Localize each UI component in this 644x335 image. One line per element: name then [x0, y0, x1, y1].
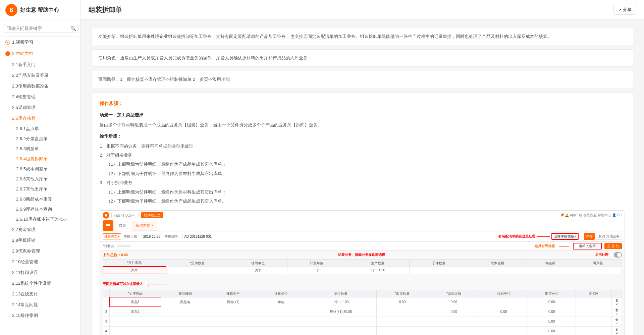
intro-block-1: 功能介绍：组装拆卸单用来处理企业组装或拆卸等加工业务，支持有固定装配清单的产品加… — [91, 28, 633, 45]
sidebar-item-purchase[interactable]: 2.5采购管理 — [0, 102, 80, 113]
share-button[interactable]: ↗ 分享 — [613, 5, 636, 15]
tab-new-order[interactable]: 新增单据 × — [131, 221, 157, 230]
upper-td-3: 次米 — [229, 267, 287, 274]
main-header: 组装拆卸单 ↗ 分享 — [80, 0, 644, 20]
step1: 1、根据不同的业务，选择不同单据的类型来处理 — [100, 142, 625, 150]
sidebar-item-2-6-4[interactable]: 2.6.4组装拆卸单 — [0, 154, 80, 164]
save-btn[interactable]: 保存 — [584, 233, 595, 240]
share-label: 分享 — [623, 7, 632, 13]
sidebar-item-coupon[interactable]: 2.9优惠券管理 — [0, 246, 80, 257]
lower-table: *子件商品 商品编码 规格型号 计量单位 单位数量 *出库数量 *出库金额 领班… — [103, 290, 622, 335]
cancel-btn[interactable]: 取消 其他业务 — [596, 233, 622, 240]
sidebar-item-2-6-7[interactable]: 2.6.7其他出库单 — [0, 184, 80, 194]
lower-th-3: 规格型号 — [209, 290, 257, 297]
lower-th-2: 商品编码 — [161, 290, 209, 297]
sidebar-item-2-6-9[interactable]: 2.6.9库存账本查询 — [0, 204, 80, 214]
sidebar-item-online[interactable]: 2.13在线支付 — [0, 289, 80, 299]
sidebar-item-2-6-2[interactable]: 2.6.2分量盘点单 — [0, 134, 80, 144]
annot-label-1: 有装配清单的在这里处理 — [498, 234, 535, 239]
lower-td-1-1: 商品1 — [110, 297, 161, 307]
scene1-title: 场景一：加工类型选择 — [100, 111, 625, 119]
sidebar-item-sales[interactable]: 2.4销售管理 — [0, 92, 80, 102]
svg-rect-0 — [106, 224, 110, 225]
sidebar-item-2-6-1[interactable]: 2.6.1盘点单 — [0, 124, 80, 134]
lower-th-0 — [103, 290, 110, 297]
sidebar-item-docs[interactable]: − 2.帮助文档 — [0, 48, 80, 59]
ops-title: 操作步骤： — [100, 99, 625, 108]
sidebar-item-new[interactable]: 2.1新手入门 — [0, 59, 80, 70]
upper-th-4: 计量单位 — [287, 260, 346, 267]
lower-table-row-1: 1 商品1 商品编 规格(+1) 单位 1个 + 1.00 0.00 0.00 — [103, 297, 622, 307]
sidebar-item-2-6-10[interactable]: 2.6.10库存账本错了怎么办 — [0, 214, 80, 224]
sidebar-item-inventory[interactable]: 2.6库存核算 — [0, 113, 80, 124]
tab-home[interactable]: 自页 — [115, 221, 130, 230]
sidebar-item-mobile[interactable]: 2.8手机旺铺 — [0, 235, 80, 246]
upper-th-9: 可用量 — [574, 260, 622, 267]
intro-text-1: 功能介绍：组装拆卸单用来处理企业组装或拆卸等加工业务，支持有固定装配清单的产品加… — [98, 34, 552, 39]
sidebar-item-print[interactable]: 2.11打印设置 — [0, 267, 80, 278]
action-btns: 保存 取消 其他业务 — [584, 233, 622, 240]
upper-td-1: 大米 — [103, 267, 166, 274]
svg-rect-2 — [106, 227, 110, 227]
steps-inner-title: 操作步骤： — [100, 132, 625, 140]
page-title: 组装拆卸单 — [89, 5, 122, 14]
section-header-row: 上件总数：0.00 组装业务、拆卸业务在这里选择 启用处理 — [100, 251, 625, 259]
sidebar-logo-text: 好生意 帮助中心 — [20, 7, 59, 14]
date-input[interactable]: 2019-12-26 — [142, 234, 162, 239]
sidebar-item-ops[interactable]: 2.10经营管理 — [0, 257, 80, 267]
sidebar-item-data[interactable]: 2.3使用前数据准备 — [0, 81, 80, 92]
period-btn[interactable]: 同期截止之 — [141, 212, 163, 218]
lower-th-4: 计量单位 — [257, 290, 305, 297]
steps-block: 操作步骤： 场景一：加工类型选择 当由多个子件材料组装成一个成品的业务为【组装】… — [91, 92, 633, 335]
upper-th-8: 杯金额 — [527, 260, 574, 267]
scene1-desc: 当由多个子件材料组装成一个成品的业务为【组装】业务，当由一个父件拆分成多个子产品… — [100, 121, 625, 129]
main-content: 组装拆卸单 ↗ 分享 功能介绍：组装拆卸单用来处理企业组装或拆卸等加工业务，支持… — [80, 0, 644, 335]
upper-table: *父件商品 *父件数量 辅助单位 计量单位 生产数量 子件数量 成本金额 杯金额… — [103, 259, 622, 274]
annot-label-4: 启用处理 — [595, 253, 608, 257]
sidebar-item-install[interactable]: 2.2产品安装及登录 — [0, 70, 80, 81]
sidebar-nav: + 1.视频学习 − 2.帮助文档 2.1新手入门 2.2产品安装及登录 2.3… — [0, 37, 80, 335]
upper-th-7: 成本金额 — [468, 260, 527, 267]
lower-th-9: 期望分扣 — [528, 290, 576, 297]
type-dropdown[interactable]: 业务类型▾ — [103, 233, 121, 239]
share-icon: ↗ — [618, 7, 622, 12]
sidebar-item-2-6-5[interactable]: 2.6.5成本调整单 — [0, 164, 80, 174]
step2-sub2: （2）下部明细为子件明细，最终作为原材料生成其它出库单。 — [106, 170, 625, 177]
lower-th-10: 即期V — [576, 290, 611, 297]
sidebar-item-2-6-6[interactable]: 2.6.6其他入库单 — [0, 174, 80, 184]
bill-template-btn[interactable]: 选择单据模板▾ — [551, 233, 579, 240]
upper-td-6 — [410, 267, 468, 274]
section-title-label: 上件总数：0.00 — [103, 253, 128, 258]
code-label: 单据编号： — [165, 234, 181, 239]
toolbar-row2: *行数共 选择对应机器 请输入名字 立 发 处 — [100, 242, 625, 251]
sidebar-item-cases[interactable]: 2.15操作案例 — [0, 310, 80, 321]
annotation-zone-1: 有装配清单的在这里处理 选择单据模板▾ — [498, 233, 579, 240]
svg-point-4 — [617, 253, 621, 257]
sidebar-item-custom[interactable]: 2.12系统个性化设置 — [0, 278, 80, 289]
step2-sub1: （1）上部明细为父件明细，最终作为产成品生成其它入库单； — [106, 160, 625, 168]
sidebar-item-docs-label: 2.帮助文档 — [12, 51, 33, 57]
lower-th-11 — [612, 290, 622, 297]
rows-input[interactable] — [117, 245, 131, 247]
search-input[interactable] — [4, 24, 78, 33]
annot-label-3: 组装业务、拆卸业务在这里选择 — [338, 253, 385, 257]
upper-td-5: 1个 * 1.00 — [346, 267, 409, 274]
lower-table-row-2: 2 商品2 规格(+1) 30.00 0.00 0.00 0.00 — [103, 307, 622, 317]
sidebar-item-video[interactable]: + 1.视频学习 — [0, 37, 80, 48]
upper-table-container: *父件商品 *父件数量 辅助单位 计量单位 生产数量 子件数量 成本金额 杯金额… — [100, 259, 625, 278]
sidebar-item-finance[interactable]: 2.7资金管理 — [0, 224, 80, 235]
fake-app-topbar: 6 TEST-H002 ▾ | 同期截止之 📌 🔔 App下载 在线客服 帮助中… — [100, 211, 625, 220]
company-select[interactable]: TEST-H002 ▾ — [111, 213, 136, 218]
search-box: 🔍 — [0, 20, 80, 37]
lower-th-7: *出库金额 — [428, 290, 480, 297]
machine-input[interactable]: 请输入名字 — [573, 243, 602, 249]
code-input[interactable]: AD-20191226-001 — [182, 234, 213, 239]
sidebar-item-2-6-8[interactable]: 2.6.8商品成本重算 — [0, 194, 80, 204]
app-menu-icon[interactable] — [103, 220, 113, 231]
lower-th-8: 领班平扣 — [480, 290, 528, 297]
sidebar-item-2-6-3[interactable]: 2.6.3调拨单 — [0, 144, 80, 154]
sidebar-item-faq[interactable]: 2.14常见问题 — [0, 299, 80, 310]
process-btn[interactable]: 立 发 处 — [604, 243, 622, 249]
expand-icon: + — [5, 40, 10, 45]
annot-arrow-1 — [537, 236, 550, 237]
